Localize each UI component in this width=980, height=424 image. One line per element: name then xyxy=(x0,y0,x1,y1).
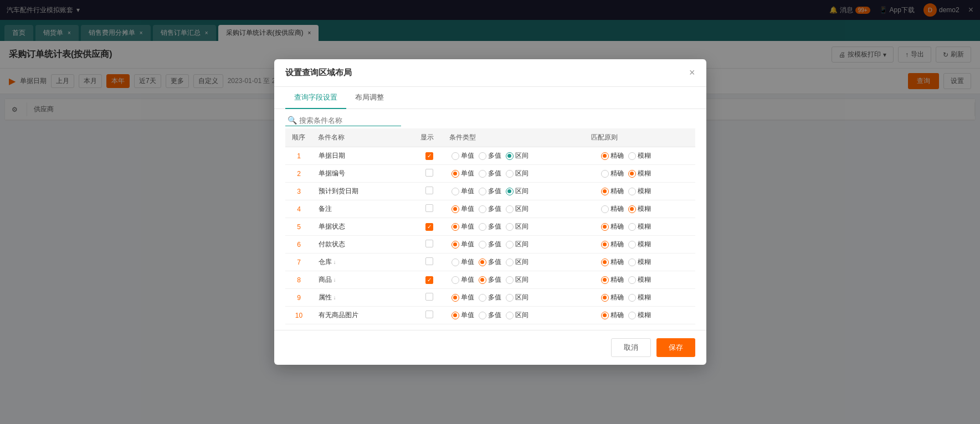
tab-layout-adjust[interactable]: 布局调整 xyxy=(346,87,393,109)
settings-dialog: 设置查询区域布局 × 查询字段设置 布局调整 🔍 顺序 xyxy=(274,59,706,125)
dialog-title: 设置查询区域布局 xyxy=(285,68,352,78)
modal-overlay: 设置查询区域布局 × 查询字段设置 布局调整 🔍 顺序 xyxy=(0,0,980,125)
dialog-search-area: 🔍 xyxy=(274,109,706,125)
search-input[interactable] xyxy=(299,116,399,125)
search-input-wrap: 🔍 xyxy=(285,115,401,125)
search-icon: 🔍 xyxy=(288,116,297,125)
dialog-close-button[interactable]: × xyxy=(689,67,695,79)
dialog-tab-bar: 查询字段设置 布局调整 xyxy=(274,87,706,109)
dialog-header: 设置查询区域布局 × xyxy=(274,59,706,87)
tab-query-fields[interactable]: 查询字段设置 xyxy=(285,87,346,109)
